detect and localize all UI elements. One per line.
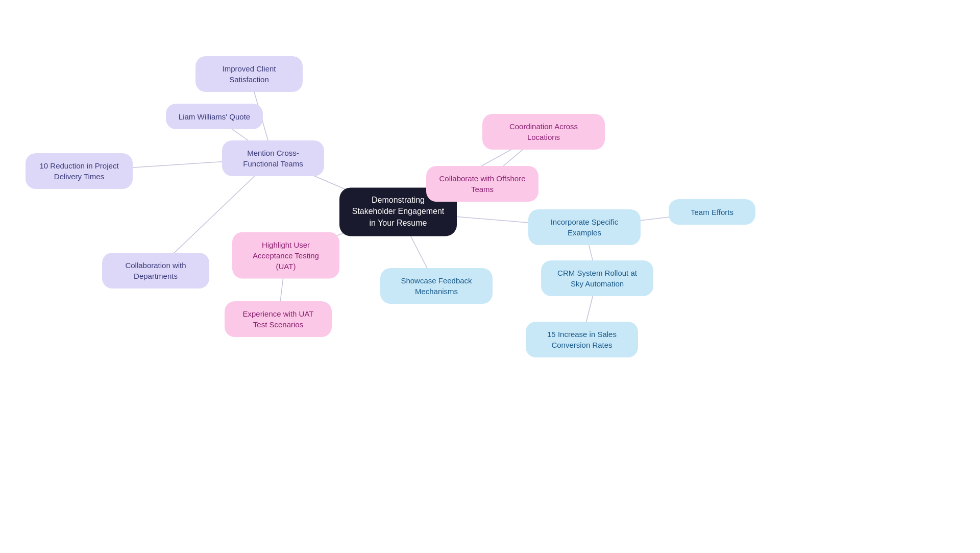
mindmap-canvas: Demonstrating Stakeholder Engagement in … (0, 0, 980, 553)
node-highlight_uat[interactable]: Highlight User Acceptance Testing (UAT) (232, 232, 339, 279)
node-team_efforts[interactable]: Team Efforts (669, 199, 755, 225)
node-showcase_feedback[interactable]: Showcase Feedback Mechanisms (380, 268, 493, 304)
node-project_delivery[interactable]: 10 Reduction in Project Delivery Times (26, 153, 133, 189)
node-offshore_teams[interactable]: Collaborate with Offshore Teams (426, 166, 538, 202)
node-uat_scenarios[interactable]: Experience with UAT Test Scenarios (225, 301, 332, 337)
node-crm_rollout[interactable]: CRM System Rollout at Sky Automation (541, 260, 653, 296)
node-collab_departments[interactable]: Collaboration with Departments (102, 253, 209, 288)
node-liam_quote[interactable]: Liam Williams' Quote (166, 104, 263, 129)
node-improved_client[interactable]: Improved Client Satisfaction (195, 56, 303, 92)
node-sales_conversion[interactable]: 15 Increase in Sales Conversion Rates (526, 322, 638, 357)
node-incorporate_examples[interactable]: Incorporate Specific Examples (528, 209, 641, 245)
node-coordination[interactable]: Coordination Across Locations (482, 114, 605, 150)
node-cross_functional[interactable]: Mention Cross-Functional Teams (222, 140, 324, 176)
